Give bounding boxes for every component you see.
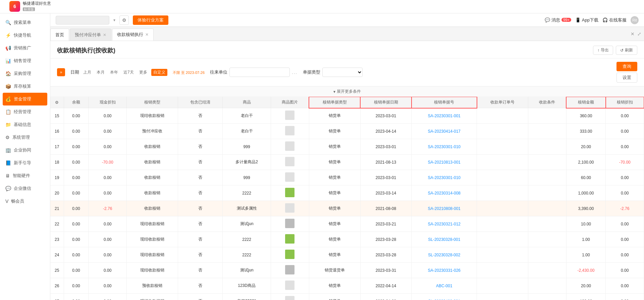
row-no: 27: [50, 294, 64, 300]
sidebar-item-operation[interactable]: 📋 经营管理: [0, 105, 50, 118]
row-goods-img: [271, 216, 309, 232]
refresh-button[interactable]: ↺ 刷新: [616, 46, 637, 55]
row-has-settled: 否: [178, 216, 222, 232]
settings-button[interactable]: 设置: [616, 73, 637, 83]
row-voucher-no[interactable]: SA-20230331-026: [412, 263, 477, 278]
row-order-no: [477, 201, 528, 216]
sidebar-item-basic[interactable]: 📁 基础信息: [0, 118, 50, 131]
counterpart-dots: ...: [292, 70, 298, 75]
row-voucher-no[interactable]: SA-20230301-010: [412, 139, 477, 155]
date-more-btn[interactable]: 更多: [138, 69, 149, 76]
date-cur-year-btn[interactable]: 本年: [109, 69, 119, 76]
expand-conditions[interactable]: ▾ 展开更多条件: [50, 86, 644, 97]
tab-prepay-label: 预付冲应付单: [75, 32, 101, 38]
row-has-settled: 否: [178, 170, 222, 185]
row-verify-type: 现结收款核销: [126, 263, 178, 278]
tab-prepay[interactable]: 预付冲应付单 ✕: [70, 29, 111, 41]
sidebar-item-finance[interactable]: 💰 资金管理: [3, 93, 47, 105]
breadcrumb-input[interactable]: [56, 16, 109, 25]
row-voucher-no[interactable]: SA-20230314-008: [412, 185, 477, 201]
dropdown-icon[interactable]: ▾: [113, 18, 115, 23]
sidebar-item-label: 销售管理: [14, 58, 31, 64]
row-balance: 0.00: [64, 108, 89, 124]
finance-icon: 💰: [5, 96, 11, 102]
row-goods: 老白干: [223, 124, 271, 139]
row-no: 25: [50, 263, 64, 278]
sidebar-item-label: 系统管理: [12, 134, 30, 140]
row-voucher-no[interactable]: SA-20210808-001: [412, 201, 477, 216]
col-settings[interactable]: ⚙: [50, 97, 64, 108]
sidebar-item-search[interactable]: 🔍 搜索菜单: [0, 16, 50, 29]
sidebar-item-purchase[interactable]: 🏠 采购管理: [0, 67, 50, 80]
row-voucher-no[interactable]: SA-20210813-001: [412, 155, 477, 170]
page-header: 收款核销执行(按收款) ↑ 导出 ↺ 刷新: [50, 41, 644, 58]
row-voucher-no[interactable]: ABC-001: [412, 278, 477, 294]
user-avatar[interactable]: Rit: [631, 16, 639, 24]
sidebar-item-vip[interactable]: V 畅会员: [0, 195, 50, 208]
row-goods: 2222: [223, 247, 271, 263]
sidebar-item-guide[interactable]: 📘 新手引导: [0, 157, 50, 169]
row-voucher-no[interactable]: SA-20230321-012: [412, 216, 477, 232]
sidebar-item-shortcut[interactable]: ⚡ 快捷导航: [0, 29, 50, 42]
date-prev-month-btn[interactable]: 上月: [82, 69, 93, 76]
row-condition: [528, 155, 566, 170]
notification-badge: 99+: [561, 18, 571, 22]
row-goods-img: [271, 185, 309, 201]
col-voucher-no: 核销单据号: [412, 97, 477, 108]
page-actions: ↑ 导出 ↺ 刷新: [593, 46, 637, 55]
date-custom-btn[interactable]: 自定义: [151, 69, 167, 76]
message-icon: 💬: [545, 17, 550, 23]
row-order-no: [477, 216, 528, 232]
maximize-icon[interactable]: ⤢: [637, 31, 641, 37]
row-balance: 0.00: [64, 155, 89, 170]
row-has-settled: 否: [178, 185, 222, 201]
sidebar-item-sales[interactable]: 📊 销售管理: [0, 54, 50, 67]
query-button[interactable]: 查询: [616, 62, 637, 71]
tab-prepay-close[interactable]: ✕: [103, 33, 106, 37]
date-cur-month-btn[interactable]: 本月: [95, 69, 106, 76]
sidebar-item-inventory[interactable]: 📦 库存核算: [0, 80, 50, 93]
date-filter-group: 日期 上月 本月 本年 近7天 更多 自定义: [70, 69, 167, 76]
app-download-area[interactable]: 📱 App下载: [575, 17, 598, 23]
refresh-icon: ↺: [620, 48, 624, 53]
row-has-settled: 否: [178, 201, 222, 216]
sidebar-item-system[interactable]: ⚙ 系统管理: [0, 131, 50, 144]
row-voucher-no[interactable]: SL-20230408-001: [412, 294, 477, 300]
gear-button[interactable]: ⚙: [119, 15, 129, 25]
sidebar-item-enterprise[interactable]: 🏢 企业协同: [0, 144, 50, 157]
close-window-icon[interactable]: ✕: [631, 31, 635, 37]
sidebar-item-wechat[interactable]: 💬 企业微信: [0, 182, 50, 195]
row-condition: [528, 232, 566, 247]
tab-collection[interactable]: 收款核销执行 ✕: [112, 29, 154, 41]
row-voucher-no[interactable]: SA-20230301-010: [412, 170, 477, 185]
date-7days-btn[interactable]: 近7天: [122, 69, 135, 76]
counterpart-input[interactable]: [229, 68, 290, 77]
export-button[interactable]: ↑ 导出: [593, 46, 613, 55]
online-service-area[interactable]: 🎧 在线客服: [602, 17, 627, 23]
industry-solution-button[interactable]: 体验行业方案: [133, 15, 168, 25]
row-balance: 0.00: [64, 170, 89, 185]
sidebar-nav: 🔍 搜索菜单 ⚡ 快捷导航 📢 营销推广 📊 销售管理 🏠 采购管理 📦: [0, 13, 50, 300]
row-voucher-date: 2023-04-08: [360, 294, 412, 300]
row-goods: 多计量商品2: [223, 155, 271, 170]
sidebar-item-marketing[interactable]: 📢 营销推广: [0, 42, 50, 54]
row-voucher-no[interactable]: SA-20230414-017: [412, 124, 477, 139]
filter-toggle-button[interactable]: »: [57, 68, 65, 76]
row-balance: 0.00: [64, 278, 89, 294]
sidebar-item-label: 企业协同: [14, 147, 31, 153]
tab-collection-close[interactable]: ✕: [145, 32, 149, 37]
tab-home[interactable]: 首页: [50, 29, 69, 41]
row-voucher-no[interactable]: SL-20230328-001: [412, 232, 477, 247]
row-goods-img: [271, 108, 309, 124]
row-voucher-no[interactable]: SL-20230328-002: [412, 247, 477, 263]
table-row: 22 0.00 0.00 现结收款核销 否 测试jun 销货单 2023-03-…: [50, 216, 644, 232]
col-voucher-date: 核销单据日期: [360, 97, 412, 108]
row-voucher-no[interactable]: SA-20230301-001: [412, 108, 477, 124]
sales-icon: 📊: [5, 58, 11, 63]
voucher-type-select[interactable]: [322, 68, 363, 77]
sidebar-item-hardware[interactable]: 🖥 智能硬件: [0, 169, 50, 182]
row-goods-img: [271, 201, 309, 216]
row-balance: 0.00: [64, 263, 89, 278]
table-row: 23 0.00 0.00 现结收款核销 否 2222 销货单 2023-03-2…: [50, 232, 644, 247]
notification-area[interactable]: 💬 消息 99+: [545, 17, 571, 23]
